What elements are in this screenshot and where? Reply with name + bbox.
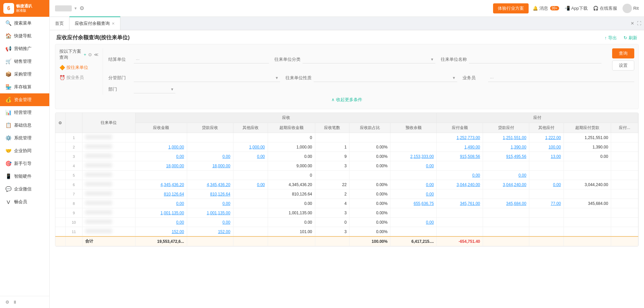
sidebar-item-quick-nav[interactable]: 🏠 快捷导航 bbox=[0, 30, 49, 42]
unit-name-header: 往来单位 bbox=[82, 113, 135, 133]
unit-nature-select[interactable]: ▾ bbox=[314, 74, 457, 82]
scheme-unit-icon: 🔶 bbox=[59, 65, 65, 70]
sidebar-item-enterprise[interactable]: 🤝 企业协同 bbox=[0, 144, 49, 157]
footer-other-pay bbox=[529, 236, 564, 246]
edit-scheme-btn[interactable]: ⊙ bbox=[88, 52, 92, 57]
sidebar-item-system[interactable]: ⚙️ 系统管理 bbox=[0, 132, 49, 144]
tab-arap[interactable]: 应收应付余额查询 ✕ bbox=[69, 16, 120, 30]
other-recv-header: 其他应收 bbox=[233, 123, 268, 133]
notification-btn[interactable]: 🔔 消息 99+ bbox=[533, 5, 559, 11]
filter-unit-category: 往来单位分类 ▾ bbox=[274, 55, 435, 63]
user-name: Rit bbox=[633, 6, 639, 11]
export-btn[interactable]: ↑ 导出 bbox=[605, 35, 617, 41]
payable-group-header: 应付 bbox=[437, 113, 638, 123]
online-service-btn[interactable]: 🎧 在线客服 bbox=[593, 5, 617, 11]
row-num-header bbox=[65, 113, 82, 133]
sidebar-item-finance[interactable]: 💰 资金管理 bbox=[0, 93, 49, 106]
sidebar-item-purchase[interactable]: 📦 采购管理 bbox=[0, 68, 49, 81]
filter-label: 按以下方案查询 bbox=[59, 48, 82, 60]
sidebar-item-operation[interactable]: 📊 经营管理 bbox=[0, 106, 49, 119]
unit-category-select[interactable]: ▾ bbox=[303, 55, 435, 63]
dropdown-icon: ▾ bbox=[453, 75, 455, 80]
query-button[interactable]: 查询 bbox=[612, 48, 634, 58]
overdue-recv-header: 超期应收金额 bbox=[268, 123, 315, 133]
footer-other-recv bbox=[233, 236, 268, 246]
top-header: ... ▾ ⚙ 体验行业方案 🔔 消息 99+ 📲 App下载 🎧 在线客服 R… bbox=[50, 0, 644, 17]
collapse-filter-btn[interactable]: ∧ 收起更多条件 bbox=[59, 95, 634, 105]
sidebar-item-vip[interactable]: V 畅会员 bbox=[0, 195, 49, 208]
unit-name-input[interactable] bbox=[469, 55, 601, 63]
enterprise-icon: 🤝 bbox=[5, 148, 11, 154]
refresh-label: 刷新 bbox=[629, 35, 637, 41]
service-icon: 🎧 bbox=[593, 6, 598, 11]
newbie-icon: 🎯 bbox=[5, 161, 11, 167]
page-header: 应收应付余额查询(按往来单位) ↑ 导出 ↻ 刷新 bbox=[50, 30, 644, 44]
overdue-pay-header: 超期应付货款 bbox=[564, 123, 611, 133]
smart-icon: 📱 bbox=[5, 173, 11, 179]
scheme-unit-label: 按往来单位 bbox=[66, 64, 88, 71]
sidebar-item-sales[interactable]: 🛒 销售管理 bbox=[0, 55, 49, 68]
footer-advance: 6,417,215.... bbox=[390, 236, 437, 246]
collapse-icon: ∧ bbox=[331, 97, 335, 102]
scheme-by-unit[interactable]: 🔶 按往来单位 bbox=[59, 63, 99, 72]
table-row: 11152.00152.00101.0030.00% bbox=[55, 227, 638, 237]
sidebar-item-label: 企业协同 bbox=[14, 148, 32, 154]
sidebar-item-smart[interactable]: 📱 智能硬件 bbox=[0, 170, 49, 183]
sidebar-item-marketing[interactable]: 📢 营销推广 bbox=[0, 42, 49, 55]
table-row: 500.000.00 bbox=[55, 171, 638, 180]
tab-home[interactable]: 首页 bbox=[50, 17, 69, 30]
sidebar-collapse-icon[interactable]: ⏸ bbox=[13, 300, 17, 305]
sidebar-item-label: 快捷导航 bbox=[14, 33, 32, 39]
online-service-label: 在线客服 bbox=[600, 5, 617, 11]
sales-icon: 🛒 bbox=[5, 58, 11, 64]
add-scheme-btn[interactable]: + bbox=[84, 52, 86, 57]
refresh-btn[interactable]: ↻ 刷新 bbox=[624, 35, 637, 41]
collapse-label: 收起更多条件 bbox=[336, 97, 362, 102]
filter-row-3: 部门 ▾ bbox=[108, 85, 634, 93]
sidebar-item-search[interactable]: 🔍 搜索菜单 bbox=[0, 17, 49, 30]
scheme-by-staff[interactable]: ⏰ 按业务员 bbox=[59, 73, 99, 82]
other-pay-header: 其他应付 bbox=[529, 123, 564, 133]
app-logo: 6 畅捷通叭 标准版 bbox=[0, 0, 49, 17]
sidebar-settings-icon[interactable]: ⚙ bbox=[5, 300, 9, 305]
tabs-bar: 首页 应收应付余额查询 ✕ ✕ ⛶ bbox=[50, 17, 644, 30]
table-row: 21,000.001,000.001,000.0010.00%1,490.001… bbox=[55, 142, 638, 152]
sidebar-item-basic[interactable]: 📋 基础信息 bbox=[0, 119, 49, 132]
gear-btn[interactable]: ⚙ bbox=[79, 5, 84, 11]
unit-category-label: 往来单位分类 bbox=[274, 56, 301, 62]
sidebar-item-label: 搜索菜单 bbox=[14, 20, 32, 26]
collapse-scheme-btn[interactable]: ≪ bbox=[94, 52, 99, 57]
settings-button[interactable]: 设置 bbox=[612, 60, 634, 71]
window-expand-icon[interactable]: ⛶ bbox=[637, 21, 641, 26]
basic-icon: 📋 bbox=[5, 122, 11, 128]
app-download-btn[interactable]: 📲 App下载 bbox=[565, 5, 588, 11]
table-row: 100.000.000.0000.00%0.00 bbox=[55, 218, 638, 227]
marketing-icon: 📢 bbox=[5, 46, 11, 52]
footer-settings bbox=[55, 236, 65, 246]
sidebar-item-warehouse[interactable]: 🏪 库存核算 bbox=[0, 81, 49, 93]
salesperson-input[interactable]: ··· bbox=[488, 74, 634, 82]
sidebar-item-label: 资金管理 bbox=[14, 97, 32, 103]
table-row: 101,252,773.001,251,551.001,222.001,251,… bbox=[55, 133, 638, 142]
filter-settlement-unit: 结算单位 ··· bbox=[108, 55, 269, 63]
footer-num bbox=[65, 236, 82, 246]
dept-select[interactable]: ▾ bbox=[134, 74, 280, 82]
sidebar-item-newbie[interactable]: 🎯 新手引导 bbox=[0, 157, 49, 170]
scheme-staff-label: 按业务员 bbox=[66, 75, 84, 81]
breadcrumb-text: ... bbox=[55, 5, 72, 11]
dept2-select[interactable]: ▾ bbox=[134, 85, 175, 93]
tab-close-icon[interactable]: ✕ bbox=[112, 21, 115, 26]
table-row: 91,001,135.001,001,135.001,001,135.0030.… bbox=[55, 208, 638, 218]
table-row: 64,345,436.204,345,436.200.004,345,436.2… bbox=[55, 180, 638, 189]
trial-button[interactable]: 体验行业方案 bbox=[493, 3, 529, 13]
settlement-unit-input[interactable]: ··· bbox=[134, 55, 269, 63]
sidebar-item-wechat[interactable]: 💬 企业微信 bbox=[0, 183, 49, 195]
settings-col-header[interactable]: ⚙ bbox=[55, 113, 65, 133]
table-row: 30.000.000.000.0090.00%2,153,333.00915,5… bbox=[55, 152, 638, 161]
window-close-icon[interactable]: ✕ bbox=[631, 21, 634, 26]
settlement-unit-dots: ··· bbox=[136, 57, 140, 62]
scheme-staff-icon: ⏰ bbox=[59, 75, 65, 80]
salesperson-label: 业务员 bbox=[463, 75, 486, 81]
user-area[interactable]: Rit bbox=[623, 4, 639, 13]
app-download-label: App下载 bbox=[571, 5, 588, 11]
